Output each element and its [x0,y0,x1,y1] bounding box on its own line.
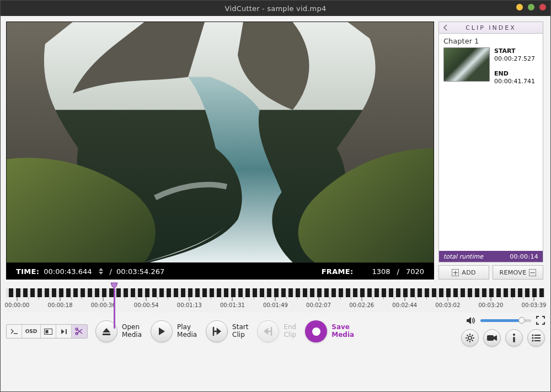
clip-thumbnail [443,47,490,82]
minimize-button[interactable] [516,4,523,10]
ruler-tick: 00:02:07 [306,297,331,308]
ruler-tick: 00:00:00 [5,297,30,308]
console-toggle-button[interactable] [7,325,22,338]
svg-line-12 [467,340,468,341]
ruler-tick: 00:00:18 [48,297,73,308]
svg-point-5 [468,336,472,340]
svg-rect-20 [534,337,541,339]
list-icon [532,334,541,342]
title-bar: VidCutter - sample vid.mp4 [1,1,550,16]
current-frame: 1308 [372,267,390,276]
clip-index-header[interactable]: CLIP INDEX [439,22,543,34]
camera-icon [486,334,497,342]
clip-start-icon [211,326,222,336]
playhead-line[interactable] [114,288,115,329]
add-clip-button[interactable]: + ADD [438,265,489,280]
time-ruler[interactable]: 00:00:0000:00:1800:00:3600:00:5400:01:13… [6,297,545,313]
record-icon [305,320,327,342]
play-media-button[interactable]: PlayMedia [151,320,197,342]
open-media-button[interactable]: OpenMedia [95,320,142,342]
total-time: 00:03:54.267 [116,267,164,276]
svg-rect-16 [513,337,515,342]
svg-point-17 [532,334,533,336]
bottom-toolbar: OSD OpenMedia PlayMedia StartClip EndCli… [1,313,550,352]
clip-title: Chapter 1 [443,37,538,45]
svg-line-10 [467,335,468,336]
ruler-tick: 00:01:49 [263,297,288,308]
terminal-icon [10,329,18,335]
ruler-tick: 00:03:20 [478,297,503,308]
gear-icon [465,333,475,343]
skip-end-button[interactable] [56,325,72,338]
video-info-bar: TIME: 00:00:43.644 / 00:03:54.267 FRAME:… [6,263,434,280]
close-button[interactable] [539,4,546,10]
timeline[interactable]: 00:00:0000:00:1800:00:3600:00:5400:01:13… [1,280,550,313]
mini-button-group: OSD [6,324,88,339]
info-button[interactable] [505,329,523,347]
svg-point-19 [532,337,533,339]
info-icon [512,333,516,343]
volume-slider[interactable] [480,319,531,322]
window-title: VidCutter - sample vid.mp4 [225,4,327,13]
frame-label: FRAME: [322,267,354,276]
eject-icon [101,327,111,336]
volume-thumb[interactable] [518,317,525,324]
svg-rect-18 [534,335,541,336]
chevron-left-icon [442,24,449,31]
ruler-tick: 00:03:39 [522,297,547,308]
menu-button[interactable] [527,329,545,347]
clip-index-panel: CLIP INDEX Chapter 1 START 00:00:27.527 … [438,22,543,262]
ruler-tick: 00:02:44 [392,297,417,308]
ruler-tick: 00:01:31 [220,297,245,308]
window-controls [516,4,546,10]
fullscreen-icon[interactable] [536,316,545,325]
svg-point-21 [532,340,533,341]
svg-rect-22 [534,340,541,341]
mediainfo-button[interactable] [483,329,501,347]
save-media-button[interactable]: SaveMedia [305,320,354,342]
video-preview[interactable] [6,22,434,263]
clip-end-icon [263,326,274,336]
volume-icon[interactable] [466,316,475,325]
ruler-tick: 00:01:13 [177,297,202,308]
total-runtime: total runtime 00:00:14 [439,251,543,262]
maximize-button[interactable] [528,4,534,10]
osd-toggle-button[interactable]: OSD [22,325,41,338]
plus-icon: + [452,269,459,276]
settings-button[interactable] [461,329,479,347]
total-frames: 7020 [406,267,424,276]
play-icon [157,326,166,336]
remove-clip-button[interactable]: REMOVE − [493,265,543,280]
svg-point-15 [513,334,515,336]
time-label: TIME: [16,267,39,276]
start-clip-button[interactable]: StartClip [206,320,248,342]
film-sprocket-bottom [6,293,545,297]
skip-end-icon [61,329,67,335]
ruler-tick: 00:00:36 [91,297,116,308]
svg-line-13 [472,335,473,336]
current-time: 00:00:43.644 [44,267,92,276]
ruler-tick: 00:00:54 [134,297,159,308]
end-clip-button[interactable]: EndClip [257,320,296,342]
minus-icon: − [529,269,536,276]
svg-rect-2 [46,330,49,333]
film-sprocket-top [6,288,545,293]
clip-item[interactable]: Chapter 1 START 00:00:27.527 END 00:00:4… [439,34,543,90]
smartcut-toggle-button[interactable] [72,325,87,338]
clip-times: START 00:00:27.527 END 00:00:41.741 [494,47,535,85]
thumbnails-icon [44,329,52,335]
thumbnails-toggle-button[interactable] [41,325,56,338]
svg-rect-14 [487,335,494,341]
time-separator: / [110,267,112,276]
time-stepper[interactable] [99,268,103,275]
scissors-icon [75,327,84,335]
svg-line-11 [472,340,473,341]
ruler-tick: 00:03:02 [435,297,460,308]
ruler-tick: 00:02:26 [349,297,374,308]
